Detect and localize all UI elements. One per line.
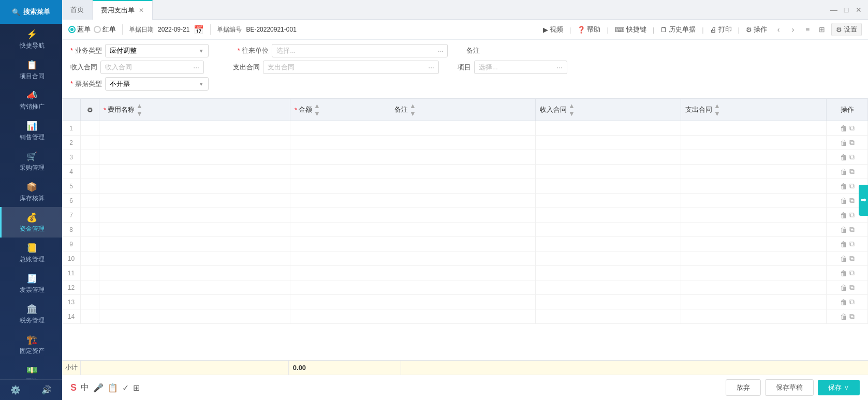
check-icon[interactable]: ✓ (122, 383, 129, 393)
mic-icon[interactable]: 🎤 (93, 383, 104, 393)
td-expense-1[interactable] (681, 121, 827, 135)
td-income-13[interactable] (536, 295, 681, 309)
row-delete-9[interactable]: 🗑 (840, 240, 847, 248)
row-copy-12[interactable]: ⧉ (849, 283, 855, 292)
td-amount-11[interactable] (290, 266, 390, 280)
expense-contract-select[interactable]: 支出合同 ··· (263, 61, 439, 74)
td-name-2[interactable] (99, 136, 290, 150)
sidebar-item-payroll[interactable]: 💵工资 (0, 360, 62, 379)
row-delete-8[interactable]: 🗑 (840, 226, 847, 234)
td-income-2[interactable] (536, 136, 681, 150)
row-copy-2[interactable]: ⧉ (849, 138, 855, 147)
view-list-btn[interactable]: ≡ (802, 24, 813, 35)
td-expense-11[interactable] (681, 266, 827, 280)
th-income-sort[interactable]: ▲▼ (568, 102, 575, 117)
td-note-3[interactable] (390, 150, 536, 164)
sidebar-item-marketing[interactable]: 📣营销推广 (0, 85, 62, 115)
row-copy-14[interactable]: ⧉ (849, 312, 855, 321)
help-btn[interactable]: ❓ 帮助 (575, 24, 602, 35)
td-note-5[interactable] (390, 179, 536, 193)
td-amount-5[interactable] (290, 179, 390, 193)
td-name-13[interactable] (99, 295, 290, 309)
td-amount-4[interactable] (290, 165, 390, 179)
sidebar-item-ledger[interactable]: 📒总账管理 (0, 238, 62, 268)
td-expense-6[interactable] (681, 194, 827, 208)
side-accent-tab[interactable]: ⬆ (859, 185, 868, 216)
invoice-type-select[interactable]: 不开票 ▼ (105, 77, 209, 91)
tab-expense-form[interactable]: 费用支出单 ✕ (93, 0, 153, 20)
row-delete-6[interactable]: 🗑 (840, 197, 847, 205)
grid-tool-icon[interactable]: ⊞ (133, 383, 140, 393)
td-expense-9[interactable] (681, 237, 827, 251)
td-name-8[interactable] (99, 223, 290, 236)
td-amount-9[interactable] (290, 237, 390, 251)
row-copy-9[interactable]: ⧉ (849, 240, 855, 248)
td-amount-13[interactable] (290, 295, 390, 309)
row-copy-10[interactable]: ⧉ (849, 254, 855, 263)
operations-btn[interactable]: ⚙ 操作 (744, 24, 769, 35)
th-note[interactable]: 备注 ▲▼ (390, 99, 536, 121)
row-copy-6[interactable]: ⧉ (849, 196, 855, 205)
table-row[interactable]: 8 🗑 ⧉ (62, 223, 868, 237)
td-expense-13[interactable] (681, 295, 827, 309)
calendar-icon[interactable]: 📅 (194, 25, 204, 35)
project-select[interactable]: 选择... ··· (474, 61, 567, 74)
print-btn[interactable]: 🖨 打印 (708, 24, 734, 35)
expense-contract-dots[interactable]: ··· (428, 63, 434, 71)
td-note-8[interactable] (390, 223, 536, 236)
td-expense-14[interactable] (681, 309, 827, 323)
td-amount-1[interactable] (290, 121, 390, 135)
th-amount[interactable]: * 金额 ▲▼ (290, 99, 390, 121)
row-delete-5[interactable]: 🗑 (840, 182, 847, 190)
sidebar-item-invoice-mgmt[interactable]: 🧾发票管理 (0, 268, 62, 299)
close-button[interactable]: ✕ (854, 5, 864, 15)
row-copy-13[interactable]: ⧉ (849, 298, 855, 306)
td-name-7[interactable] (99, 208, 290, 222)
td-income-11[interactable] (536, 266, 681, 280)
sidebar-item-tax-mgmt[interactable]: 🏛️税务管理 (0, 299, 62, 329)
td-note-1[interactable] (390, 121, 536, 135)
table-row[interactable]: 6 🗑 ⧉ (62, 194, 868, 208)
row-copy-4[interactable]: ⧉ (849, 167, 855, 176)
td-amount-14[interactable] (290, 309, 390, 323)
row-delete-10[interactable]: 🗑 (840, 255, 847, 263)
th-name[interactable]: * 费用名称 ▲▼ (99, 99, 290, 121)
td-note-9[interactable] (390, 237, 536, 251)
sidebar-item-fixed-assets[interactable]: 🏗️固定资产 (0, 329, 62, 360)
row-delete-13[interactable]: 🗑 (840, 298, 847, 306)
table-row[interactable]: 1 🗑 ⧉ (62, 121, 868, 136)
income-contract-select[interactable]: 收入合同 ··· (100, 61, 204, 74)
td-note-11[interactable] (390, 266, 536, 280)
tab-close-icon[interactable]: ✕ (139, 7, 144, 14)
nav-next-btn[interactable]: › (788, 24, 798, 35)
settings-button[interactable]: ⚙ 设置 (831, 23, 862, 36)
th-name-sort[interactable]: ▲▼ (136, 102, 143, 117)
income-contract-dots[interactable]: ··· (193, 63, 199, 71)
sidebar-item-project-contract[interactable]: 📋项目合同 (0, 54, 62, 85)
td-note-4[interactable] (390, 165, 536, 179)
td-note-14[interactable] (390, 309, 536, 323)
shortcut-btn[interactable]: ⌨ 快捷键 (613, 24, 649, 35)
table-row[interactable]: 10 🗑 ⧉ (62, 251, 868, 266)
project-dots[interactable]: ··· (556, 63, 563, 71)
table-row[interactable]: 5 🗑 ⧉ (62, 179, 868, 194)
td-income-12[interactable] (536, 280, 681, 294)
row-delete-11[interactable]: 🗑 (840, 269, 847, 277)
th-expense-sort[interactable]: ▲▼ (714, 102, 720, 117)
td-expense-12[interactable] (681, 280, 827, 294)
td-note-12[interactable] (390, 280, 536, 294)
table-row[interactable]: 12 🗑 ⧉ (62, 280, 868, 295)
row-delete-7[interactable]: 🗑 (840, 211, 847, 219)
td-amount-6[interactable] (290, 194, 390, 208)
row-delete-1[interactable]: 🗑 (840, 124, 847, 132)
td-expense-5[interactable] (681, 179, 827, 193)
td-income-7[interactable] (536, 208, 681, 222)
row-copy-7[interactable]: ⧉ (849, 211, 855, 219)
td-income-10[interactable] (536, 251, 681, 265)
sidebar-item-sales-mgmt[interactable]: 📊销售管理 (0, 115, 62, 146)
row-copy-11[interactable]: ⧉ (849, 269, 855, 277)
table-row[interactable]: 4 🗑 ⧉ (62, 165, 868, 179)
td-name-14[interactable] (99, 309, 290, 323)
td-amount-7[interactable] (290, 208, 390, 222)
td-note-10[interactable] (390, 251, 536, 265)
